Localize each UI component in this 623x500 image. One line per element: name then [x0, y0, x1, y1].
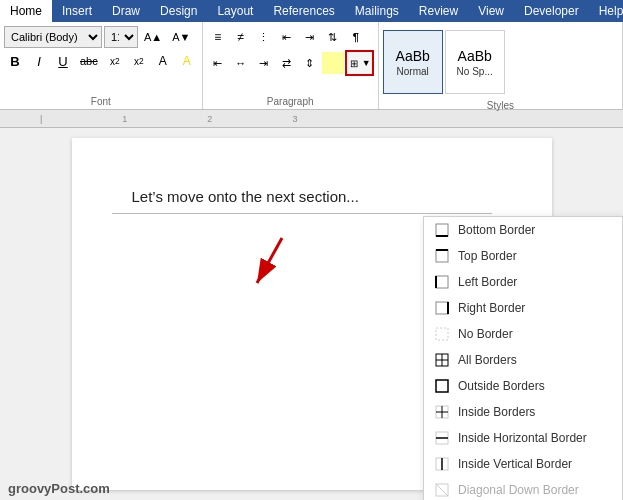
- menu-outside-borders[interactable]: Outside Borders: [424, 373, 622, 399]
- paragraph-group: ≡ ≠ ⋮ ⇤ ⇥ ⇅ ¶ ⇤ ↔ ⇥ ⇄ ⇕ ⊞ ▼: [203, 22, 379, 109]
- tab-review[interactable]: Review: [409, 0, 468, 22]
- decrease-indent-button[interactable]: ⇤: [276, 26, 298, 48]
- arrow-annotation: [227, 223, 307, 306]
- style-no-spacing-preview: AaBb: [458, 48, 492, 64]
- svg-line-1: [257, 238, 282, 283]
- text-color-button[interactable]: A: [152, 50, 174, 72]
- grow-font-button[interactable]: A▲: [140, 26, 166, 48]
- svg-rect-14: [436, 380, 448, 392]
- italic-button[interactable]: I: [28, 50, 50, 72]
- line-spacing-button[interactable]: ⇕: [299, 52, 321, 74]
- menu-top-border[interactable]: Top Border: [424, 243, 622, 269]
- font-group-label: Font: [4, 94, 198, 107]
- menu-inside-borders[interactable]: Inside Borders: [424, 399, 622, 425]
- ruler: | 1 2 3: [0, 110, 623, 128]
- menu-right-border[interactable]: Right Border: [424, 295, 622, 321]
- styles-group: AaBb Normal AaBb No Sp... Styles: [379, 22, 623, 109]
- increase-indent-button[interactable]: ⇥: [299, 26, 321, 48]
- svg-rect-4: [436, 250, 448, 262]
- tab-design[interactable]: Design: [150, 0, 207, 22]
- tab-help[interactable]: Help: [589, 0, 623, 22]
- inside-vert-icon: [434, 456, 450, 472]
- menu-no-border[interactable]: No Border: [424, 321, 622, 347]
- all-borders-icon: [434, 352, 450, 368]
- paragraph-group-label: Paragraph: [207, 94, 374, 107]
- document-area: Let’s move onto the next section... Bott…: [0, 128, 623, 500]
- ribbon: Calibri (Body) 11 A▲ A▼ B I U abc x2 x2 …: [0, 22, 623, 110]
- bold-button[interactable]: B: [4, 50, 26, 72]
- tab-draw[interactable]: Draw: [102, 0, 150, 22]
- menu-left-border[interactable]: Left Border: [424, 269, 622, 295]
- underline-button[interactable]: U: [52, 50, 74, 72]
- svg-rect-2: [436, 224, 448, 236]
- svg-rect-10: [436, 328, 448, 340]
- multilevel-button[interactable]: ⋮: [253, 26, 275, 48]
- horizontal-rule: [112, 213, 492, 214]
- style-no-spacing[interactable]: AaBb No Sp...: [445, 30, 505, 94]
- inside-horiz-icon: [434, 430, 450, 446]
- style-normal[interactable]: AaBb Normal: [383, 30, 443, 94]
- right-border-icon: [434, 300, 450, 316]
- superscript-button[interactable]: x2: [128, 50, 150, 72]
- strikethrough-button[interactable]: abc: [76, 50, 102, 72]
- watermark: groovyPost.com: [8, 481, 110, 496]
- font-group: Calibri (Body) 11 A▲ A▼ B I U abc x2 x2 …: [0, 22, 203, 109]
- tab-view[interactable]: View: [468, 0, 514, 22]
- tab-references[interactable]: References: [263, 0, 344, 22]
- outside-borders-icon: [434, 378, 450, 394]
- style-normal-preview: AaBb: [396, 48, 430, 64]
- highlight-button[interactable]: A: [176, 50, 198, 72]
- align-left-button[interactable]: ⇤: [207, 52, 229, 74]
- ribbon-tabs: Home Insert Draw Design Layout Reference…: [0, 0, 623, 22]
- menu-inside-horiz[interactable]: Inside Horizontal Border: [424, 425, 622, 451]
- svg-rect-8: [436, 302, 448, 314]
- menu-all-borders[interactable]: All Borders: [424, 347, 622, 373]
- subscript-button[interactable]: x2: [104, 50, 126, 72]
- tab-developer[interactable]: Developer: [514, 0, 589, 22]
- numbering-button[interactable]: ≠: [230, 26, 252, 48]
- shading-button[interactable]: [322, 52, 344, 74]
- justify-button[interactable]: ⇄: [276, 52, 298, 74]
- menu-diag-down: Diagonal Down Border: [424, 477, 622, 500]
- borders-dropdown-arrow[interactable]: ▼: [361, 58, 372, 68]
- styles-list: AaBb Normal AaBb No Sp...: [383, 26, 505, 98]
- font-size-select[interactable]: 11: [104, 26, 138, 48]
- tab-mailings[interactable]: Mailings: [345, 0, 409, 22]
- no-border-icon: [434, 326, 450, 342]
- shrink-font-button[interactable]: A▼: [168, 26, 194, 48]
- styles-group-label: Styles: [383, 98, 618, 111]
- show-formatting-button[interactable]: ¶: [345, 26, 367, 48]
- menu-bottom-border[interactable]: Bottom Border: [424, 217, 622, 243]
- tab-layout[interactable]: Layout: [207, 0, 263, 22]
- align-right-button[interactable]: ⇥: [253, 52, 275, 74]
- sort-button[interactable]: ⇅: [322, 26, 344, 48]
- bottom-border-icon: [434, 222, 450, 238]
- top-border-icon: [434, 248, 450, 264]
- borders-dropdown-btn[interactable]: ⊞ ▼: [345, 50, 374, 76]
- align-center-button[interactable]: ↔: [230, 52, 252, 74]
- svg-line-23: [436, 484, 448, 496]
- diag-down-icon: [434, 482, 450, 498]
- font-name-select[interactable]: Calibri (Body): [4, 26, 102, 48]
- bullets-button[interactable]: ≡: [207, 26, 229, 48]
- style-no-spacing-label: No Sp...: [457, 66, 493, 77]
- left-border-icon: [434, 274, 450, 290]
- borders-icon: ⊞: [347, 58, 361, 69]
- svg-rect-6: [436, 276, 448, 288]
- document-text: Let’s move onto the next section...: [132, 188, 512, 205]
- inside-borders-icon: [434, 404, 450, 420]
- style-normal-label: Normal: [397, 66, 429, 77]
- tab-insert[interactable]: Insert: [52, 0, 102, 22]
- tab-home[interactable]: Home: [0, 0, 52, 22]
- borders-dropdown-menu: Bottom Border Top Border Left Border Rig…: [423, 216, 623, 500]
- menu-inside-vert[interactable]: Inside Vertical Border: [424, 451, 622, 477]
